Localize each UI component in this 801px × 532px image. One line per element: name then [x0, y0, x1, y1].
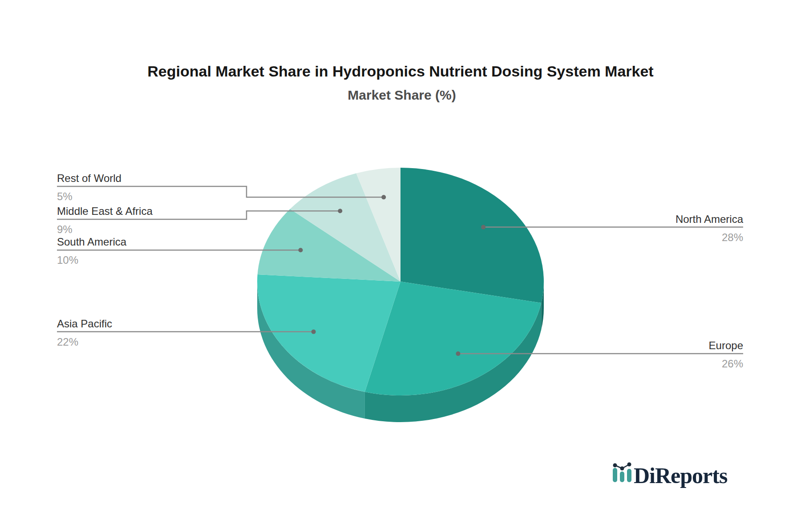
slice-value-europe: 26% — [722, 358, 743, 370]
slice-label-europe: Europe — [709, 339, 743, 351]
connector-dot — [338, 209, 342, 213]
slice-value-middle-east-africa: 9% — [57, 223, 73, 235]
slice-label-asia-pacific: Asia Pacific — [57, 318, 112, 330]
logo: DiReports — [613, 463, 728, 488]
slice-label-south-america: South America — [57, 236, 127, 248]
slice-label-middle-east-africa: Middle East & Africa — [57, 205, 153, 217]
bar-line-chart-icon — [613, 463, 631, 483]
connector-dot — [312, 330, 316, 334]
pie-chart: Regional Market Share in Hydroponics Nut… — [0, 0, 801, 532]
slice-label-north-america: North America — [676, 213, 744, 225]
slice-label-rest-of-world: Rest of World — [57, 172, 121, 184]
slice-value-asia-pacific: 22% — [57, 336, 78, 348]
connector-dot — [456, 351, 460, 356]
slice-value-rest-of-world: 5% — [57, 190, 73, 202]
pie-slice-north-america[interactable] — [400, 168, 544, 303]
chart-subtitle: Market Share (%) — [348, 88, 456, 102]
slice-value-south-america: 10% — [57, 254, 78, 266]
slice-value-north-america: 28% — [722, 231, 743, 243]
connector-dot — [481, 225, 485, 230]
pie-slices — [257, 168, 544, 395]
chart-title: Regional Market Share in Hydroponics Nut… — [147, 63, 653, 80]
connector-dot — [381, 195, 386, 199]
logo-text: DiReports — [634, 463, 728, 488]
chart-canvas: Regional Market Share in Hydroponics Nut… — [0, 0, 801, 532]
connector-dot — [298, 248, 303, 252]
